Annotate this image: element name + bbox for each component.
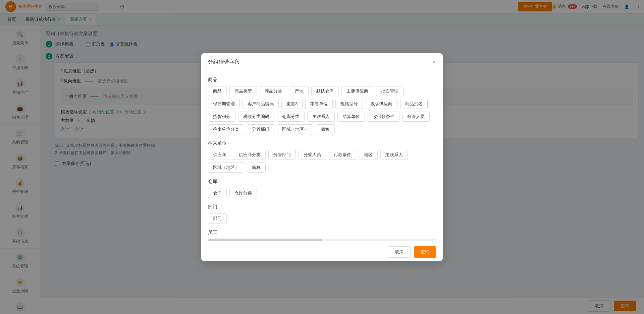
field-tag[interactable]: 规格型号: [335, 99, 363, 109]
field-group-title: 员工: [208, 230, 436, 236]
field-tag[interactable]: 收付款条件: [368, 112, 399, 122]
field-group-title: 往来单位: [208, 140, 436, 146]
field-tag[interactable]: 分管人员: [402, 112, 430, 122]
field-tag[interactable]: 往来单位分类: [208, 124, 244, 134]
field-tag[interactable]: 商品: [208, 86, 227, 96]
field-tag[interactable]: 供应商: [208, 150, 231, 160]
field-tag[interactable]: 商品别名: [400, 99, 428, 109]
field-tag[interactable]: 产地: [290, 86, 309, 96]
field-group-title: 部门: [208, 204, 436, 210]
field-group-title: 仓库: [208, 179, 436, 185]
field-group-员工: 员工业务员: [208, 230, 436, 237]
field-group-部门: 部门部门: [208, 204, 436, 224]
modal-title: 分组待选字段: [208, 59, 240, 66]
field-tag[interactable]: 结算单位: [337, 112, 365, 122]
field-tag[interactable]: 付款条件: [329, 150, 356, 160]
modal-dialog: 分组待选字段 × 商品商品商品类型商品分类产地默认仓库主要供应商批次管理保质期管…: [201, 53, 443, 261]
field-tags: 部门: [208, 213, 436, 224]
field-tag[interactable]: 商品分类: [260, 86, 287, 96]
field-tags: 供应商供应商分类分管部门分管人员付款条件地区主联系人区域（地区）简称: [208, 150, 436, 173]
modal-cancel-button[interactable]: 取消: [388, 246, 411, 258]
modal-header: 分组待选字段 ×: [201, 53, 443, 70]
field-tag[interactable]: 客户商品编码: [243, 99, 279, 109]
field-group-商品: 商品商品商品类型商品分类产地默认仓库主要供应商批次管理保质期管理客户商品编码重量…: [208, 77, 436, 134]
field-tag[interactable]: 分管部门: [247, 124, 274, 134]
field-group-往来单位: 往来单位供应商供应商分类分管部门分管人员付款条件地区主联系人区域（地区）简称: [208, 140, 436, 173]
field-tag[interactable]: 简称: [316, 124, 335, 134]
field-tag[interactable]: 简称: [247, 163, 266, 173]
field-tag[interactable]: 区域（地区）: [208, 163, 244, 173]
field-tag[interactable]: 部门: [208, 213, 227, 224]
field-tag[interactable]: 主要供应商: [341, 86, 373, 96]
modal-footer: 取消 查询: [201, 243, 443, 261]
modal-body: 商品商品商品类型商品分类产地默认仓库主要供应商批次管理保质期管理客户商品编码重量…: [201, 70, 443, 237]
field-tag[interactable]: 商品类型: [229, 86, 257, 96]
field-tag[interactable]: 供应商分类: [234, 150, 266, 160]
field-tag[interactable]: 区域（地区）: [277, 124, 313, 134]
field-tag[interactable]: 分管部门: [268, 150, 296, 160]
field-tag[interactable]: 仓库分类: [277, 112, 305, 122]
field-tag[interactable]: 保质期管理: [208, 99, 240, 109]
field-tag[interactable]: 批次管理: [376, 86, 404, 96]
modal-confirm-button[interactable]: 查询: [414, 246, 436, 258]
field-tag[interactable]: 默认供应商: [366, 99, 397, 109]
field-tag[interactable]: 拣货积分: [208, 112, 235, 122]
field-tag[interactable]: 仓库: [208, 188, 227, 198]
modal-close-button[interactable]: ×: [432, 59, 436, 65]
field-tag[interactable]: 默认仓库: [311, 86, 339, 96]
field-tag[interactable]: 税收分类编码: [238, 112, 274, 122]
field-group-仓库: 仓库仓库仓库分类: [208, 179, 436, 198]
modal-overlay: 分组待选字段 × 商品商品商品类型商品分类产地默认仓库主要供应商批次管理保质期管…: [0, 0, 644, 314]
field-tag[interactable]: 主联系人: [307, 112, 335, 122]
field-tag[interactable]: 零售单位: [305, 99, 333, 109]
field-tag[interactable]: 地区: [359, 150, 378, 160]
field-tags: 仓库仓库分类: [208, 188, 436, 198]
field-tag[interactable]: 分管人员: [299, 150, 326, 160]
field-group-title: 商品: [208, 77, 436, 83]
field-tag[interactable]: 仓库分类: [229, 188, 257, 198]
field-tags: 商品商品类型商品分类产地默认仓库主要供应商批次管理保质期管理客户商品编码重量3零…: [208, 86, 436, 134]
field-tag[interactable]: 重量3: [281, 99, 303, 109]
field-tag[interactable]: 主联系人: [380, 150, 408, 160]
